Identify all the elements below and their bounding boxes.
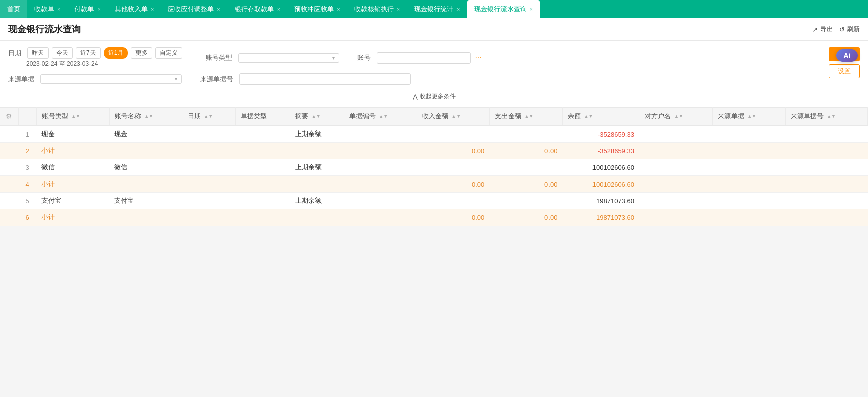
nav-collection-exec[interactable]: 收款核销执行 × (347, 0, 407, 18)
filter-row-2: 来源单据 ▾ 来源单据号 (8, 73, 829, 85)
col-expense[interactable]: 支出金额 ▲▼ (489, 108, 562, 126)
nav-advance-offset[interactable]: 预收冲应收单 × (287, 0, 347, 18)
account-label: 账号 (357, 53, 371, 62)
table-row: 6 小计 0.00 0.00 19871073.60 (0, 209, 868, 226)
row-source-doc (712, 143, 785, 159)
account-type-chevron-icon: ▾ (332, 55, 335, 61)
row-gear-cell (0, 159, 18, 176)
nav-home[interactable]: 首页 (0, 0, 27, 18)
date-btn-7days[interactable]: 近7天 (76, 47, 101, 59)
row-doc-type (236, 143, 290, 159)
account-input[interactable] (377, 52, 471, 64)
row-account-name: 支付宝 (109, 193, 182, 209)
source-doc-num-input[interactable] (239, 73, 411, 85)
date-btn-1month[interactable]: 近1月 (104, 47, 128, 59)
nav-receipts[interactable]: 收款单 × (27, 0, 67, 18)
date-btn-yesterday[interactable]: 昨天 (27, 47, 49, 59)
row-income: 0.00 (417, 143, 489, 159)
filter-row-1: 日期 昨天 今天 近7天 近1月 更多 自定义 2023-02-24 至 202… (8, 47, 829, 68)
row-account-name (109, 143, 182, 159)
row-source-doc-no (785, 125, 867, 143)
row-summary (290, 143, 344, 159)
row-account-name (109, 176, 182, 193)
date-btn-more[interactable]: 更多 (131, 47, 152, 59)
row-date (182, 176, 236, 193)
nav-collection-exec-close[interactable]: × (397, 6, 400, 12)
nav-cash-bank-flow-close[interactable]: × (530, 6, 533, 12)
row-doc-no (344, 209, 417, 226)
row-account-type: 小计 (36, 143, 109, 159)
source-doc-select[interactable]: ▾ (40, 74, 182, 84)
row-seq: 2 (18, 143, 36, 159)
row-account-type: 支付宝 (36, 193, 109, 209)
main-table: ⚙ 账号类型 ▲▼ 账号名称 ▲▼ 日期 ▲▼ 单据类型 (0, 107, 868, 226)
row-date (182, 143, 236, 159)
date-label: 日期 (8, 49, 21, 58)
row-expense: 0.00 (489, 143, 562, 159)
col-counterpart[interactable]: 对方户名 ▲▼ (639, 108, 712, 126)
row-account-type: 现金 (36, 125, 109, 143)
row-source-doc-no (785, 159, 867, 176)
row-gear-cell (0, 125, 18, 143)
nav-other-income-close[interactable]: × (151, 6, 154, 12)
col-account-name[interactable]: 账号名称 ▲▼ (109, 108, 182, 126)
nav-payments-close[interactable]: × (97, 6, 100, 12)
nav-bank-deposit[interactable]: 银行存取款单 × (227, 0, 287, 18)
row-date (182, 125, 236, 143)
settings-button[interactable]: 设置 (829, 64, 860, 78)
table-header-row: ⚙ 账号类型 ▲▼ 账号名称 ▲▼ 日期 ▲▼ 单据类型 (0, 108, 868, 126)
export-button[interactable]: ↗ 导出 (812, 25, 833, 34)
row-seq: 3 (18, 159, 36, 176)
ai-badge[interactable]: Ai (836, 49, 858, 62)
row-date (182, 159, 236, 176)
collapse-bar[interactable]: ⋀ 收起更多条件 (8, 90, 860, 105)
table-settings-icon[interactable]: ⚙ (6, 112, 12, 120)
col-seq (18, 108, 36, 126)
nav-other-income[interactable]: 其他收入单 × (108, 0, 161, 18)
row-account-type: 微信 (36, 159, 109, 176)
row-expense: 0.00 (489, 209, 562, 226)
nav-payments[interactable]: 付款单 × (67, 0, 107, 18)
sort-source-doc-no-icon: ▲▼ (827, 114, 836, 119)
table-row: 1 现金 现金 上期余额 -3528659.33 (0, 125, 868, 143)
row-source-doc-no (785, 176, 867, 193)
date-btn-custom[interactable]: 自定义 (155, 47, 182, 59)
row-balance: 19871073.60 (562, 209, 639, 226)
col-source-doc[interactable]: 来源单据 ▲▼ (712, 108, 785, 126)
col-date[interactable]: 日期 ▲▼ (182, 108, 236, 126)
nav-cash-bank-stat[interactable]: 现金银行统计 × (407, 0, 467, 18)
row-expense (489, 159, 562, 176)
row-counterpart (639, 209, 712, 226)
row-income (417, 159, 489, 176)
refresh-button[interactable]: ↺ 刷新 (839, 25, 860, 34)
row-gear-cell (0, 209, 18, 226)
table-body: 1 现金 现金 上期余额 -3528659.33 2 小计 0.00 0.00 … (0, 125, 868, 226)
sort-account-type-icon: ▲▼ (71, 114, 80, 119)
nav-ar-ap-adj-close[interactable]: × (217, 6, 220, 12)
row-account-name (109, 209, 182, 226)
row-doc-no (344, 193, 417, 209)
row-seq: 5 (18, 193, 36, 209)
row-counterpart (639, 125, 712, 143)
col-income[interactable]: 收入金额 ▲▼ (417, 108, 489, 126)
account-dots-button[interactable]: ··· (473, 53, 483, 62)
col-balance[interactable]: 余额 ▲▼ (562, 108, 639, 126)
nav-bank-deposit-close[interactable]: × (277, 6, 280, 12)
row-source-doc-no (785, 193, 867, 209)
row-expense (489, 193, 562, 209)
nav-ar-ap-adj[interactable]: 应收应付调整单 × (161, 0, 227, 18)
col-source-doc-no[interactable]: 来源单据号 ▲▼ (785, 108, 867, 126)
nav-advance-offset-close[interactable]: × (337, 6, 340, 12)
row-income: 0.00 (417, 176, 489, 193)
account-type-select[interactable]: ▾ (238, 53, 339, 63)
col-summary[interactable]: 摘要 ▲▼ (290, 108, 344, 126)
col-account-type[interactable]: 账号类型 ▲▼ (36, 108, 109, 126)
nav-cash-bank-flow[interactable]: 现金银行流水查询 × (467, 0, 540, 18)
date-btn-today[interactable]: 今天 (52, 47, 73, 59)
nav-cash-bank-stat-close[interactable]: × (456, 6, 460, 12)
row-summary: 上期余额 (290, 159, 344, 176)
row-date (182, 209, 236, 226)
row-doc-no (344, 125, 417, 143)
col-doc-no[interactable]: 单据编号 ▲▼ (344, 108, 417, 126)
nav-receipts-close[interactable]: × (57, 6, 60, 12)
